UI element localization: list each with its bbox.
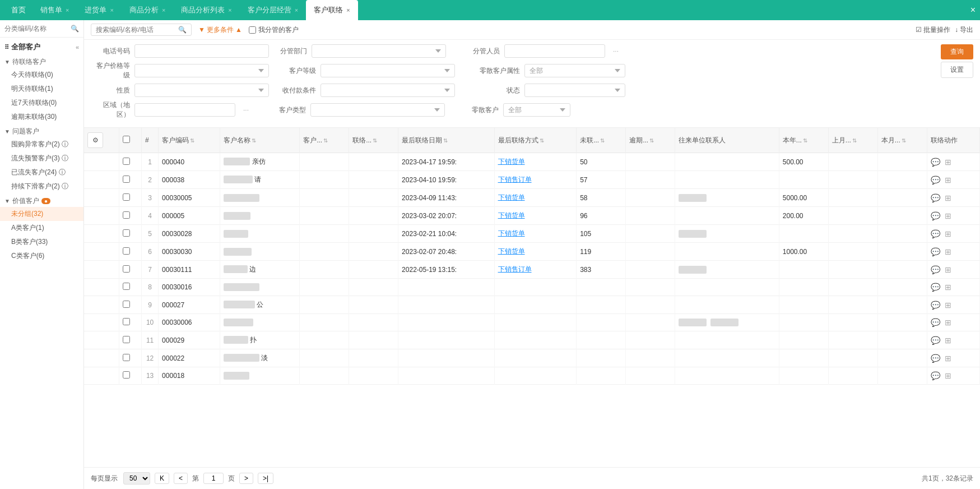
row-last-type[interactable]: 下销货单 (494, 153, 577, 171)
search-icon[interactable]: 🔍 (71, 25, 79, 33)
retail-customer-select[interactable]: 全部 (503, 103, 570, 117)
first-page-button[interactable]: K (155, 473, 169, 484)
row-last-type[interactable] (494, 296, 577, 314)
col-no-contact[interactable]: 未联...⇅ (577, 128, 626, 153)
close-icon[interactable]: × (66, 7, 69, 13)
tab-purchase[interactable]: 进货单 × (77, 0, 121, 20)
last-type-link[interactable]: 下销售订单 (498, 176, 532, 183)
col-name[interactable]: 客户名称⇅ (220, 128, 299, 153)
retail-attr-select[interactable]: 全部 (524, 64, 625, 77)
export-button[interactable]: ↓ 导出 (955, 25, 973, 35)
price-level-select[interactable] (134, 64, 269, 77)
row-checkbox[interactable] (123, 247, 130, 255)
sidebar-item-declining[interactable]: 持续下滑客户(2) ⓘ (0, 179, 83, 193)
chat-icon[interactable]: 💬 (931, 158, 940, 167)
settings-icon[interactable]: ⚙ (87, 132, 103, 148)
customer-level-select[interactable] (321, 64, 455, 77)
row-last-type[interactable] (494, 279, 577, 296)
chat-icon[interactable]: 💬 (931, 265, 940, 274)
row-last-type[interactable]: 下销售订单 (494, 171, 577, 189)
next-page-button[interactable]: > (239, 473, 253, 484)
grid-action-icon[interactable]: ⊞ (945, 265, 951, 274)
dept-select[interactable] (312, 44, 446, 58)
grid-action-icon[interactable]: ⊞ (945, 318, 951, 327)
last-type-link[interactable]: 下销货单 (498, 193, 525, 201)
chat-icon[interactable]: 💬 (931, 193, 940, 202)
collapse-icon[interactable]: « (76, 44, 79, 50)
sidebar-item-ungroup[interactable]: 未分组(32) (0, 207, 83, 221)
chat-icon[interactable]: 💬 (931, 176, 940, 184)
row-checkbox-cell[interactable] (119, 243, 142, 261)
query-button[interactable]: 查询 (941, 44, 973, 59)
grid-action-icon[interactable]: ⊞ (945, 301, 951, 310)
row-checkbox[interactable] (123, 336, 130, 343)
row-checkbox[interactable] (123, 193, 130, 201)
close-icon[interactable]: × (162, 7, 165, 13)
col-overdue[interactable]: 逾期...⇅ (626, 128, 675, 153)
row-last-type[interactable] (494, 367, 577, 385)
row-last-type[interactable]: 下销售订单 (494, 261, 577, 279)
row-checkbox-cell[interactable] (119, 261, 142, 279)
tab-home[interactable]: 首页 (4, 0, 32, 20)
chat-icon[interactable]: 💬 (931, 229, 940, 238)
sidebar-item-overdue-pending[interactable]: 逾期未联络(30) (0, 110, 83, 124)
close-window-icon[interactable]: × (970, 5, 976, 15)
last-page-button[interactable]: >| (258, 473, 273, 484)
gender-select[interactable] (134, 84, 269, 97)
region-more-button[interactable]: ··· (240, 106, 252, 114)
grid-action-icon[interactable]: ⊞ (945, 193, 951, 202)
col-unit-contact[interactable]: 往来单位联系人 (675, 128, 779, 153)
row-checkbox[interactable] (123, 318, 130, 325)
last-type-link[interactable]: 下销货单 (498, 247, 525, 255)
sidebar-item-c-class[interactable]: C类客户(6) (0, 249, 83, 263)
manager-input[interactable] (504, 44, 605, 58)
search-input[interactable] (96, 26, 178, 34)
all-customers-header[interactable]: ⠿ 全部客户 « (0, 38, 83, 54)
sidebar-group-value[interactable]: ▼ 价值客户 ● (0, 193, 83, 207)
col-contact[interactable]: 联络...⇅ (349, 128, 398, 153)
grid-action-icon[interactable]: ⊞ (945, 158, 951, 167)
sidebar-item-tomorrow-pending[interactable]: 明天待联络(1) (0, 82, 83, 96)
row-checkbox-cell[interactable] (119, 171, 142, 189)
row-last-type[interactable]: 下销货单 (494, 189, 577, 207)
chat-icon[interactable]: 💬 (931, 354, 940, 363)
region-input[interactable] (134, 103, 235, 117)
batch-op-button[interactable]: ☑ 批量操作 (916, 25, 950, 35)
row-checkbox[interactable] (123, 158, 130, 165)
payment-select[interactable] (321, 84, 455, 97)
col-settings[interactable]: ⚙ (84, 128, 119, 153)
page-size-select[interactable]: 50 (123, 472, 150, 485)
col-last-type[interactable]: 最后联络方式⇅ (494, 128, 577, 153)
col-this-year[interactable]: 本年...⇅ (779, 128, 828, 153)
sidebar-item-a-class[interactable]: A类客户(1) (0, 221, 83, 235)
row-checkbox-cell[interactable] (119, 225, 142, 243)
sidebar-item-abnormal[interactable]: 囤购异常客户(2) ⓘ (0, 137, 83, 151)
tab-customer-contact[interactable]: 客户联络 × (306, 0, 357, 20)
manager-more-button[interactable]: ··· (610, 47, 622, 55)
customer-type-select[interactable] (310, 103, 445, 117)
status-select[interactable] (524, 84, 625, 97)
close-icon[interactable]: × (295, 7, 298, 13)
tab-customer-segment[interactable]: 客户分层经营 × (240, 0, 306, 20)
close-icon[interactable]: × (346, 7, 350, 13)
row-checkbox[interactable] (123, 265, 130, 273)
row-checkbox[interactable] (123, 283, 130, 290)
sidebar-item-b-class[interactable]: B类客户(33) (0, 235, 83, 249)
grid-action-icon[interactable]: ⊞ (945, 247, 951, 256)
row-last-type[interactable]: 下销货单 (494, 207, 577, 225)
page-input[interactable] (203, 473, 224, 484)
col-last-date[interactable]: 最后联络日期⇅ (398, 128, 494, 153)
last-type-link[interactable]: 下销售订单 (498, 265, 532, 273)
my-customer-checkbox[interactable] (249, 26, 256, 34)
grid-action-icon[interactable]: ⊞ (945, 229, 951, 238)
chat-icon[interactable]: 💬 (931, 336, 940, 345)
row-checkbox-cell[interactable] (119, 349, 142, 367)
grid-action-icon[interactable]: ⊞ (945, 176, 951, 184)
close-icon[interactable]: × (110, 7, 113, 13)
col-type[interactable]: 客户...⇅ (300, 128, 349, 153)
tab-product-analysis-list[interactable]: 商品分析列表 × (173, 0, 239, 20)
grid-action-icon[interactable]: ⊞ (945, 371, 951, 380)
row-checkbox-cell[interactable] (119, 331, 142, 349)
chat-icon[interactable]: 💬 (931, 283, 940, 292)
grid-action-icon[interactable]: ⊞ (945, 211, 951, 220)
